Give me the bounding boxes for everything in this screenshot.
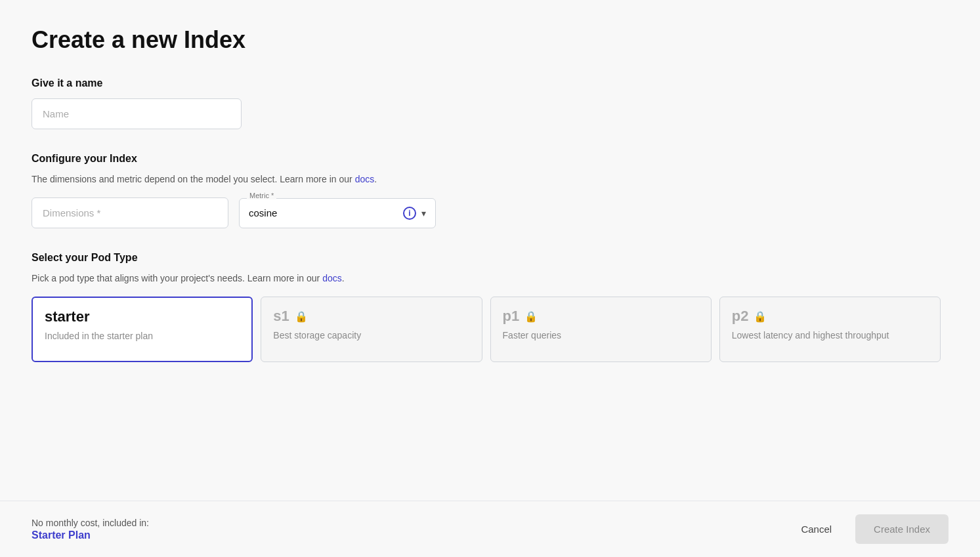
cost-info: No monthly cost, included in: Starter Pl… xyxy=(32,518,149,541)
dimensions-input[interactable] xyxy=(32,197,228,228)
metric-icons: i ▾ xyxy=(403,207,426,220)
pod-card-p2-desc: Lowest latency and highest throughput xyxy=(732,330,928,340)
pod-card-s1-desc: Best storage capacity xyxy=(273,330,469,340)
chevron-down-icon: ▾ xyxy=(421,208,426,218)
configure-desc-suffix: . xyxy=(374,174,377,184)
metric-select-wrapper[interactable]: cosine i ▾ xyxy=(239,198,436,228)
pod-description: Pick a pod type that aligns with your pr… xyxy=(32,273,948,283)
lock-icon-p1: 🔒 xyxy=(524,310,538,323)
configure-docs-link[interactable]: docs xyxy=(355,174,375,184)
page-title: Create a new Index xyxy=(32,26,948,54)
pod-card-p1-name: p1 xyxy=(503,308,520,325)
lock-icon-p2: 🔒 xyxy=(754,310,767,323)
pod-card-starter[interactable]: starter Included in the starter plan xyxy=(32,297,253,362)
footer-actions: Cancel Create Index xyxy=(790,514,948,544)
name-section: Give it a name xyxy=(32,77,948,129)
pod-card-p2[interactable]: p2 🔒 Lowest latency and highest throughp… xyxy=(719,297,941,362)
pod-card-starter-desc: Included in the starter plan xyxy=(45,331,240,341)
configure-description: The dimensions and metric depend on the … xyxy=(32,174,948,184)
pod-desc-suffix: . xyxy=(342,273,345,283)
lock-icon-s1: 🔒 xyxy=(295,310,308,323)
pod-section: Select your Pod Type Pick a pod type tha… xyxy=(32,252,948,362)
name-input[interactable] xyxy=(32,98,242,129)
pod-card-s1-header: s1 🔒 xyxy=(273,308,469,325)
pod-section-label: Select your Pod Type xyxy=(32,252,948,264)
pod-card-s1-name: s1 xyxy=(273,308,289,325)
pod-cards: starter Included in the starter plan s1 … xyxy=(32,297,948,362)
metric-value: cosine xyxy=(249,207,403,218)
pod-card-p1-desc: Faster queries xyxy=(503,330,699,340)
configure-desc-prefix: The dimensions and metric depend on the … xyxy=(32,174,355,184)
pod-card-s1[interactable]: s1 🔒 Best storage capacity xyxy=(261,297,482,362)
cancel-button[interactable]: Cancel xyxy=(790,517,842,541)
create-index-button[interactable]: Create Index xyxy=(855,514,948,544)
plan-name-link[interactable]: Starter Plan xyxy=(32,529,149,541)
pod-card-p2-header: p2 🔒 xyxy=(732,308,928,325)
pod-card-p1-header: p1 🔒 xyxy=(503,308,699,325)
pod-card-starter-name: starter xyxy=(45,308,89,325)
configure-section-label: Configure your Index xyxy=(32,153,948,165)
fields-row: Metric * cosine i ▾ xyxy=(32,197,948,228)
metric-label: Metric * xyxy=(247,192,276,199)
pod-docs-link[interactable]: docs xyxy=(322,273,342,283)
configure-section: Configure your Index The dimensions and … xyxy=(32,153,948,228)
page-container: Create a new Index Give it a name Config… xyxy=(0,0,980,362)
pod-card-starter-header: starter xyxy=(45,308,240,325)
metric-select-container: Metric * cosine i ▾ xyxy=(239,198,436,228)
name-section-label: Give it a name xyxy=(32,77,948,89)
pod-card-p1[interactable]: p1 🔒 Faster queries xyxy=(490,297,712,362)
pod-card-p2-name: p2 xyxy=(732,308,749,325)
info-icon[interactable]: i xyxy=(403,207,416,220)
footer: No monthly cost, included in: Starter Pl… xyxy=(0,501,980,557)
pod-desc-prefix: Pick a pod type that aligns with your pr… xyxy=(32,273,322,283)
cost-label: No monthly cost, included in: xyxy=(32,518,149,528)
